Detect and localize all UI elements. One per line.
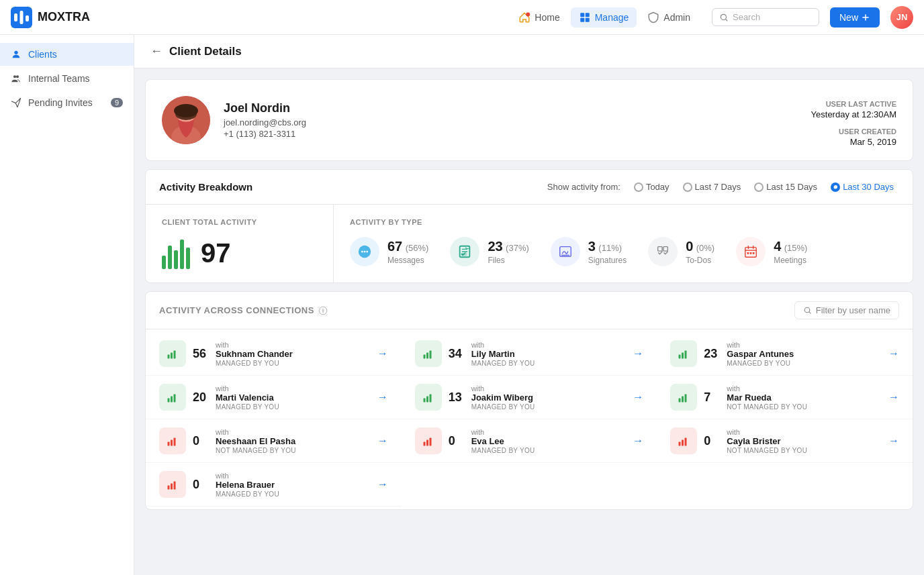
logo[interactable]: MOXTRA bbox=[11, 7, 90, 28]
conn-arrow-button[interactable]: → bbox=[377, 478, 388, 490]
signatures-data: 3 (11%) Signatures bbox=[588, 239, 627, 265]
files-icon-wrap bbox=[450, 237, 479, 266]
signatures-pct: (11%) bbox=[598, 243, 622, 253]
conn-arrow-button[interactable]: → bbox=[888, 391, 899, 403]
nav-manage[interactable]: Manage bbox=[571, 7, 637, 28]
svg-rect-3 bbox=[26, 15, 29, 21]
bar-1 bbox=[162, 256, 166, 269]
last-active-value: Yesterday at 12:30AM bbox=[811, 109, 896, 119]
nav-home[interactable]: Home bbox=[510, 7, 567, 28]
created-value: Mar 5, 2019 bbox=[811, 137, 896, 147]
filter-15days[interactable]: Last 15 Days bbox=[749, 179, 823, 195]
svg-rect-2 bbox=[20, 11, 24, 24]
nav-admin-label: Admin bbox=[663, 12, 690, 23]
meetings-name: Meetings bbox=[774, 256, 807, 265]
svg-point-21 bbox=[364, 251, 366, 253]
connections-header: ACTIVITY ACROSS CONNECTIONS Filter by us… bbox=[146, 292, 913, 329]
filter-15days-label: Last 15 Days bbox=[766, 182, 817, 192]
sidebar-item-pending-invites[interactable]: Pending Invites 9 bbox=[0, 91, 134, 114]
conn-num-text: 7 bbox=[704, 390, 720, 405]
svg-rect-63 bbox=[174, 482, 176, 490]
activity-bar-icon bbox=[678, 435, 690, 447]
files-data: 23 (37%) Files bbox=[488, 239, 528, 265]
conn-arrow-button[interactable]: → bbox=[633, 391, 643, 403]
list-item: 0 with Cayla Brister NOT MANAGED BY YOU … bbox=[657, 419, 913, 463]
conn-num-text: 0 bbox=[193, 478, 209, 492]
signatures-icon bbox=[558, 244, 573, 259]
total-number: 97 bbox=[201, 238, 231, 268]
conn-name: Mar Rueda bbox=[727, 393, 882, 403]
list-item: 13 with Joakim Wiberg MANAGED BY YOU → bbox=[402, 376, 657, 419]
filter-7days[interactable]: Last 7 Days bbox=[678, 179, 747, 195]
conn-info: with Helena Brauer MANAGED BY YOU bbox=[216, 472, 371, 498]
bar-chart-icon bbox=[162, 237, 190, 269]
svg-rect-8 bbox=[585, 17, 589, 21]
sidebar-item-internal-teams[interactable]: Internal Teams bbox=[0, 67, 134, 90]
svg-rect-5 bbox=[580, 13, 584, 17]
conn-arrow-button[interactable]: → bbox=[633, 348, 643, 360]
conn-icon bbox=[159, 340, 186, 367]
svg-rect-43 bbox=[168, 399, 170, 403]
conn-arrow-button[interactable]: → bbox=[377, 348, 388, 360]
conn-name: Cayla Brister bbox=[727, 436, 882, 446]
nav-items: Home Manage Admin bbox=[510, 7, 698, 28]
svg-rect-62 bbox=[171, 484, 173, 490]
meetings-icon-wrap bbox=[736, 237, 766, 266]
filter-user-input[interactable]: Filter by user name bbox=[794, 301, 899, 319]
svg-rect-50 bbox=[682, 397, 684, 403]
conn-arrow-button[interactable]: → bbox=[377, 435, 388, 447]
radio-30days bbox=[831, 182, 840, 192]
svg-rect-35 bbox=[171, 353, 173, 359]
activity-filter: Show activity from: Today Last 7 Days La… bbox=[547, 179, 899, 195]
svg-rect-45 bbox=[174, 395, 176, 403]
bar-5 bbox=[186, 248, 190, 269]
sidebar: Clients Internal Teams Pending Invites 9 bbox=[0, 35, 134, 575]
activity-bar-icon bbox=[422, 348, 434, 360]
conn-name: Gaspar Antunes bbox=[727, 349, 882, 359]
sidebar-item-clients[interactable]: Clients bbox=[0, 43, 134, 66]
conn-arrow-button[interactable]: → bbox=[888, 348, 899, 360]
messages-count: 67 bbox=[387, 239, 402, 254]
svg-rect-30 bbox=[750, 252, 752, 254]
conn-arrow-button[interactable]: → bbox=[633, 435, 643, 447]
conn-name: Marti Valencia bbox=[216, 393, 371, 403]
activity-body: CLIENT TOTAL ACTIVITY 97 ACTIVITY BY bbox=[146, 205, 913, 282]
filter-today[interactable]: Today bbox=[629, 179, 675, 195]
user-avatar[interactable]: JN bbox=[890, 6, 913, 29]
conn-arrow-button[interactable]: → bbox=[377, 391, 388, 403]
conn-num-text: 56 bbox=[193, 347, 209, 361]
home-icon bbox=[518, 11, 530, 23]
back-button[interactable]: ← bbox=[150, 44, 163, 58]
activity-bar-icon bbox=[167, 435, 179, 447]
filter-30days[interactable]: Last 30 Days bbox=[825, 179, 899, 195]
plus-icon bbox=[861, 13, 870, 22]
svg-point-22 bbox=[366, 251, 368, 253]
conn-info: with Gaspar Antunes MANAGED BY YOU bbox=[727, 341, 882, 367]
list-item: 7 with Mar Rueda NOT MANAGED BY YOU → bbox=[657, 376, 913, 419]
todos-data: 0 (0%) To-Dos bbox=[686, 239, 714, 265]
svg-rect-37 bbox=[423, 355, 425, 359]
messages-data: 67 (56%) Messages bbox=[387, 239, 428, 265]
nav-admin[interactable]: Admin bbox=[639, 7, 698, 28]
svg-rect-53 bbox=[171, 440, 173, 446]
conn-managed: MANAGED BY YOU bbox=[216, 360, 371, 367]
search-box[interactable]: Search bbox=[712, 8, 819, 26]
conn-name: Sukhnam Chander bbox=[216, 349, 371, 359]
bar-2 bbox=[168, 246, 172, 269]
sidebar-label-internal-teams: Internal Teams bbox=[28, 73, 90, 84]
search-placeholder: Search bbox=[733, 12, 760, 22]
total-label: CLIENT TOTAL ACTIVITY bbox=[162, 218, 317, 226]
messages-icon bbox=[357, 244, 372, 259]
conn-with: with bbox=[216, 384, 371, 393]
todos-pct: (0%) bbox=[696, 243, 714, 253]
conn-info: with Sukhnam Chander MANAGED BY YOU bbox=[216, 341, 371, 367]
conn-arrow-button[interactable]: → bbox=[888, 435, 899, 447]
conn-name: Joakim Wiberg bbox=[471, 393, 627, 403]
conn-managed: MANAGED BY YOU bbox=[471, 360, 627, 367]
conn-icon bbox=[670, 427, 697, 454]
client-card: Joel Nordin joel.nording@cbs.org +1 (113… bbox=[145, 79, 913, 161]
conn-icon bbox=[415, 427, 442, 454]
filter-7days-label: Last 7 Days bbox=[695, 182, 741, 192]
new-button[interactable]: New bbox=[830, 7, 880, 28]
conn-with: with bbox=[471, 341, 627, 349]
